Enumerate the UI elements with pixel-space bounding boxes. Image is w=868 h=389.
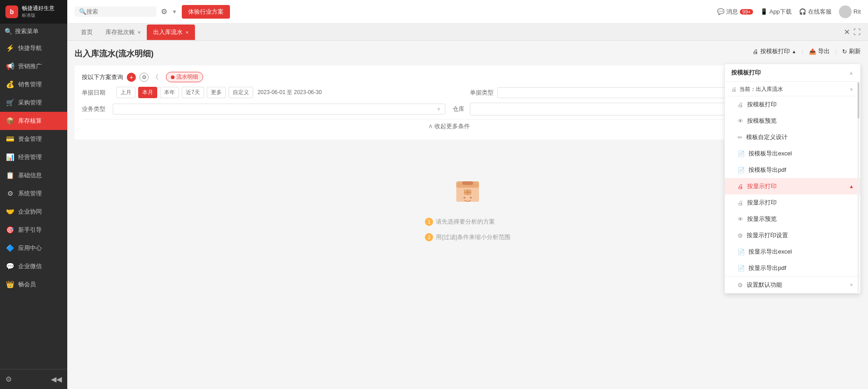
tabs-actions: ✕ ⛶	[844, 28, 861, 36]
newbie-icon: 🎯	[5, 225, 15, 234]
tabs-expand-btn[interactable]: ⛶	[853, 28, 861, 36]
dropdown-item-display-print-group[interactable]: 🖨 按显示打印 ▲	[725, 178, 860, 194]
dropdown-item-set-default[interactable]: ⚙ 设置默认功能 ▼	[725, 276, 860, 293]
dropdown-item-display-export-pdf[interactable]: 📄 按显示导出pdf	[725, 260, 860, 276]
refresh-icon: ↻	[842, 48, 847, 55]
dropdown-item-display-preview[interactable]: 👁 按显示预览	[725, 211, 860, 227]
sidebar-item-inventory[interactable]: 📦 库存核算	[0, 112, 67, 130]
template-export-excel-label: 按模板导出excel	[748, 150, 792, 158]
dropdown-item-display-print-settings[interactable]: ⚙ 按显示打印设置	[725, 227, 860, 244]
online-service-item[interactable]: 🎧 在线客服	[799, 8, 832, 16]
app-download-item[interactable]: 📱 App下载	[760, 8, 792, 16]
sub-filter-label: 流水明细	[176, 73, 198, 81]
settings-footer-icon[interactable]: ⚙	[5, 375, 12, 384]
date-filter: 上月 本月 本年 近7天 更多 自定义 2023-06-01 至 2023-06…	[116, 87, 463, 98]
filter-add-btn[interactable]: +	[127, 73, 136, 82]
sidebar-item-label: 系统管理	[18, 190, 42, 198]
sidebar-item-enterprise-wechat[interactable]: 💬 企业微信	[0, 257, 67, 275]
sidebar-item-marketing[interactable]: 📢 营销推广	[0, 57, 67, 75]
step2-text: 用[过滤]条件来缩小分析范围	[436, 231, 510, 243]
dropdown-item-template-export-excel[interactable]: 📄 按模板导出excel	[725, 145, 860, 162]
dropdown-scrollbar-thumb[interactable]	[858, 82, 859, 119]
filter-title: 按以下方案查询	[82, 73, 123, 81]
user-name: Rit	[853, 8, 861, 15]
display-print-settings-icon: ⚙	[738, 232, 743, 239]
sidebar-item-newbie[interactable]: 🎯 新手引导	[0, 221, 67, 239]
print-dropdown-panel: 按模板打印 ▲ 🖨 当前：出入库流水 ▼ 🖨 按模板打印 👁 按模板预览	[724, 64, 861, 294]
basic-info-icon: 📋	[5, 171, 15, 180]
print-template-btn[interactable]: 🖨 按模板打印 ▲	[753, 47, 796, 55]
online-service-label: 在线客服	[808, 8, 832, 16]
dropdown-item-template-print[interactable]: 🖨 按模板打印	[725, 96, 860, 113]
tab-batch-account-close[interactable]: ×	[138, 30, 140, 35]
dropdown-scrollbar-track	[858, 82, 859, 292]
page-title: 出入库流水(流水明细)	[75, 48, 861, 59]
inventory-icon: 📦	[5, 116, 15, 125]
topbar-search-input[interactable]	[86, 8, 141, 15]
page-content: 出入库流水(流水明细) 🖨 按模板打印 ▲ | 📤 导出 | ↻ 刷新 按以下方…	[67, 41, 868, 389]
sidebar-item-operations[interactable]: 📊 经营管理	[0, 148, 67, 166]
date-btn-more[interactable]: 更多	[207, 87, 226, 98]
logo-name: 畅捷通好生意	[22, 5, 55, 12]
sidebar-item-system[interactable]: ⚙ 系统管理	[0, 185, 67, 203]
topbar-settings-icon[interactable]: ⚙	[161, 7, 167, 16]
logo-text-block: 畅捷通好生意 标准版	[22, 5, 55, 19]
sidebar-item-purchase[interactable]: 🛒 采购管理	[0, 94, 67, 112]
sidebar-item-collab[interactable]: 🤝 企业协同	[0, 203, 67, 221]
tab-batch-account[interactable]: 库存批次账 ×	[99, 25, 147, 40]
sidebar-item-membership[interactable]: 👑 畅会员	[0, 275, 67, 294]
template-preview-label: 按模板预览	[747, 117, 777, 125]
step1-num: 1	[425, 218, 433, 226]
sidebar-search[interactable]: 🔍 搜索菜单	[0, 24, 67, 39]
sidebar-item-finance[interactable]: 💳 资金管理	[0, 130, 67, 148]
sidebar-item-basic-info[interactable]: 📋 基础信息	[0, 166, 67, 185]
svg-point-6	[464, 197, 465, 199]
doc-type-label: 单据类型	[470, 89, 494, 97]
filter-collapse-arrow[interactable]: 《	[152, 73, 159, 81]
tab-flow-close[interactable]: ×	[185, 30, 188, 35]
tab-home[interactable]: 首页	[75, 25, 99, 40]
display-export-excel-icon: 📄	[738, 249, 745, 255]
sidebar-item-quick-nav[interactable]: ⚡ 快捷导航	[0, 39, 67, 57]
collapse-more-btn[interactable]: ∧ 收起更多条件	[82, 119, 816, 133]
date-label: 单据日期	[82, 89, 109, 97]
date-range: 2023-06-01 至 2023-06-30	[258, 89, 322, 96]
tabs-close-btn[interactable]: ✕	[844, 28, 850, 36]
topbar-search-area[interactable]: 🔍	[75, 6, 156, 17]
topbar-dropdown-icon[interactable]: ▼	[172, 9, 177, 15]
user-avatar-item[interactable]: Rit	[839, 5, 861, 18]
date-btn-7days[interactable]: 近7天	[182, 87, 204, 98]
dropdown-item-template-preview[interactable]: 👁 按模板预览	[725, 113, 860, 129]
collapse-sidebar-icon[interactable]: ◀◀	[51, 375, 62, 384]
sub-filter-dot	[171, 75, 175, 79]
sub-filter-tag[interactable]: 流水明细	[166, 72, 203, 82]
app-download-icon: 📱	[760, 8, 768, 15]
export-btn[interactable]: 📤 导出	[809, 47, 830, 55]
quick-nav-icon: ⚡	[5, 44, 15, 53]
collapse-label: 收起更多条件	[434, 123, 470, 130]
date-btn-this-month[interactable]: 本月	[138, 87, 157, 98]
date-btn-last-month[interactable]: 上月	[116, 87, 135, 98]
template-print-label: 按模板打印	[747, 100, 777, 109]
filter-settings-btn[interactable]: ⚙	[140, 73, 149, 82]
message-item[interactable]: 💬 消息 99+	[717, 8, 753, 16]
sidebar-item-app-center[interactable]: 🔷 应用中心	[0, 239, 67, 257]
sidebar-item-label: 快捷导航	[18, 44, 42, 52]
dropdown-item-template-export-pdf[interactable]: 📄 按模板导出pdf	[725, 162, 860, 178]
dropdown-current-label-row: 🖨 当前：出入库流水	[731, 85, 783, 93]
operations-icon: 📊	[5, 153, 15, 162]
display-print-group-chevron: ▲	[849, 184, 854, 189]
sidebar-item-sales[interactable]: 💰 销售管理	[0, 75, 67, 94]
dropdown-item-display-export-excel[interactable]: 📄 按显示导出excel	[725, 244, 860, 260]
sidebar-item-label: 基础信息	[18, 171, 42, 180]
date-btn-custom[interactable]: 自定义	[229, 87, 253, 98]
refresh-btn[interactable]: ↻ 刷新	[842, 47, 861, 55]
date-btn-this-year[interactable]: 本年	[160, 87, 179, 98]
dropdown-item-display-print[interactable]: 🖨 按显示打印	[725, 194, 860, 211]
sidebar-item-label: 应用中心	[18, 244, 42, 252]
sidebar-search-label: 搜索菜单	[15, 27, 39, 35]
biz-type-select[interactable]: ▼	[113, 104, 445, 115]
dropdown-item-template-custom[interactable]: ✏ 模板自定义设计	[725, 129, 860, 145]
trial-btn[interactable]: 体验行业方案	[182, 5, 230, 19]
tab-flow[interactable]: 出入库流水 ×	[147, 25, 195, 40]
